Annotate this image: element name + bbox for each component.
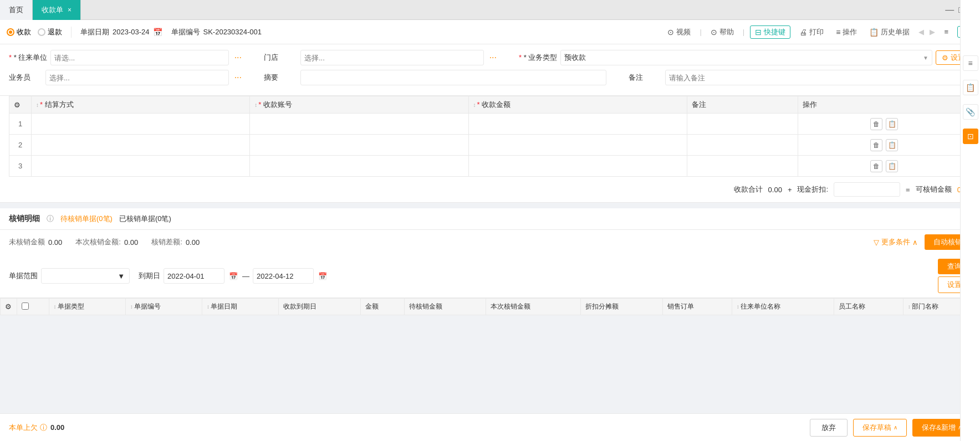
- bill-order-info[interactable]: 本单上欠 ⓘ: [9, 423, 47, 433]
- copy-icon-2[interactable]: 📋: [886, 139, 898, 151]
- th-checkbox: ⚙: [1, 299, 17, 315]
- history-btn[interactable]: 📋 历史单据: [866, 26, 913, 38]
- date-field: 单据日期 2023-03-24 📅: [80, 27, 162, 37]
- account-cell-1[interactable]: [250, 114, 468, 135]
- help-btn[interactable]: ⊙ 帮助: [707, 26, 737, 38]
- th-amount: ↕收款金额: [468, 96, 687, 114]
- minimize-btn[interactable]: —: [945, 5, 954, 15]
- draft-btn-label: 保存草稿: [862, 423, 891, 433]
- copy-icon-3[interactable]: 📋: [886, 160, 898, 172]
- shortcut-btn[interactable]: ⊟ 快捷键: [750, 25, 790, 39]
- calendar-from-icon[interactable]: 📅: [229, 272, 238, 280]
- th-staff-name: 员工名称: [834, 299, 903, 315]
- date-separator: —: [242, 272, 249, 280]
- business-type-field: * 业务类型 预收款 ▼ ⚙ 设置: [519, 50, 971, 65]
- th-current-amount: 本次核销金额: [486, 299, 581, 315]
- remark-field: 备注: [629, 70, 971, 85]
- radio-receipt-dot: [7, 28, 14, 36]
- tab-collection[interactable]: 收款单 ×: [33, 0, 81, 20]
- save-btn-label: 保存&新增: [922, 423, 956, 433]
- account-cell-3[interactable]: [250, 156, 468, 177]
- remark-cell-1[interactable]: [687, 114, 798, 135]
- gear-icon-bottom[interactable]: ⚙: [5, 302, 12, 311]
- shortcut-label: 快捷键: [764, 27, 785, 37]
- radio-group: 收款 退款: [7, 27, 62, 37]
- counterpart-input[interactable]: [50, 50, 228, 65]
- th-bill-type: ↕单据类型: [49, 299, 125, 315]
- copy-icon-1[interactable]: 📋: [886, 118, 898, 130]
- th-remark: 备注: [687, 96, 798, 114]
- th-sales-order: 销售订单: [662, 299, 732, 315]
- equals-sign: =: [906, 186, 910, 194]
- footer: 本单上欠 ⓘ 0.00 放弃 保存草稿 ∧ 保存&新增 ∧: [0, 413, 980, 441]
- remark-cell-2[interactable]: [687, 135, 798, 156]
- filter-icon: ▽: [874, 238, 879, 247]
- amount-cell-1[interactable]: [468, 114, 687, 135]
- due-date-to[interactable]: [253, 268, 314, 284]
- video-btn[interactable]: ⊙ 视频: [664, 26, 694, 38]
- verification-info-icon[interactable]: ⓘ: [47, 214, 54, 224]
- salesperson-input[interactable]: [45, 70, 229, 85]
- bill-range-select[interactable]: ▼: [41, 268, 130, 284]
- amount-cell-3[interactable]: [468, 156, 687, 177]
- due-date-from[interactable]: [164, 268, 224, 284]
- delete-icon-3[interactable]: 🗑: [870, 160, 882, 172]
- radio-refund[interactable]: 退款: [38, 27, 62, 37]
- settlement-cell-1[interactable]: [32, 114, 250, 135]
- panel-icon-2[interactable]: 📋: [963, 80, 978, 95]
- select-all-checkbox[interactable]: [22, 302, 29, 310]
- panel-icon-3[interactable]: 📎: [963, 104, 978, 120]
- th-amount: 金额: [360, 299, 404, 315]
- abstract-field: 摘要: [264, 70, 606, 85]
- main-toolbar: 收款 退款 单据日期 2023-03-24 📅 单据编号 SK-20230324…: [0, 20, 980, 44]
- pending-tab[interactable]: 待核销单据(0笔): [60, 214, 113, 224]
- settlement-cell-3[interactable]: [32, 156, 250, 177]
- done-tab[interactable]: 已核销单据(0笔): [119, 214, 171, 224]
- store-input[interactable]: [300, 50, 484, 65]
- panel-icon-4[interactable]: ⊡: [963, 129, 978, 144]
- bill-no-field: 单据编号 SK-20230324-001: [171, 27, 262, 37]
- bill-no-value: SK-20230324-001: [203, 28, 262, 36]
- radio-receipt[interactable]: 收款: [7, 27, 31, 37]
- footer-right: 放弃 保存草稿 ∧ 保存&新增 ∧: [810, 419, 971, 437]
- tab-home[interactable]: 首页: [0, 0, 33, 20]
- business-type-chevron: ▼: [923, 55, 928, 61]
- abstract-input[interactable]: [300, 70, 606, 85]
- discount-input[interactable]: [834, 182, 900, 197]
- delete-icon-2[interactable]: 🗑: [870, 139, 882, 151]
- counterpart-more-btn[interactable]: ···: [234, 53, 242, 63]
- remark-input[interactable]: [665, 70, 971, 85]
- salesperson-more-btn[interactable]: ···: [234, 73, 242, 83]
- business-type-select[interactable]: 预收款 ▼: [560, 50, 932, 65]
- th-account: ↕收款账号: [250, 96, 468, 114]
- layout-btn1[interactable]: ≡: [941, 27, 952, 37]
- unverified-stat: 未核销金额 0.00: [9, 237, 62, 247]
- current-value: 0.00: [124, 238, 138, 247]
- op-icons-2: 🗑 📋: [803, 139, 966, 151]
- op-cell-2: 🗑 📋: [798, 135, 971, 156]
- calendar-to-icon[interactable]: 📅: [318, 272, 327, 280]
- delete-icon-1[interactable]: 🗑: [870, 118, 882, 130]
- account-cell-2[interactable]: [250, 135, 468, 156]
- tab-close-icon[interactable]: ×: [68, 6, 72, 14]
- due-date-label: 到期日: [139, 271, 160, 281]
- panel-icon-1[interactable]: ≡: [963, 55, 978, 71]
- operations-btn[interactable]: ≡ 操作: [833, 26, 860, 38]
- abandon-btn[interactable]: 放弃: [810, 419, 848, 437]
- settlement-cell-2[interactable]: [32, 135, 250, 156]
- remark-cell-3[interactable]: [687, 156, 798, 177]
- verification-title: 核销明细: [9, 214, 40, 224]
- store-more-btn[interactable]: ···: [489, 53, 497, 63]
- video-label: 视频: [676, 27, 691, 37]
- help-label: 帮助: [719, 27, 734, 37]
- sep3: ◀: [918, 28, 924, 36]
- draft-btn[interactable]: 保存草稿 ∧: [853, 419, 907, 437]
- calendar-icon[interactable]: 📅: [153, 28, 162, 37]
- print-btn[interactable]: 🖨 打印: [796, 26, 827, 38]
- amount-cell-2[interactable]: [468, 135, 687, 156]
- plus-sign: +: [788, 186, 792, 194]
- row-num-1: 1: [9, 114, 32, 135]
- th-gear[interactable]: ⚙: [9, 96, 32, 114]
- more-conditions-btn[interactable]: ▽ 更多条件 ∧: [874, 237, 918, 247]
- bill-range-label: 单据范围: [9, 271, 38, 281]
